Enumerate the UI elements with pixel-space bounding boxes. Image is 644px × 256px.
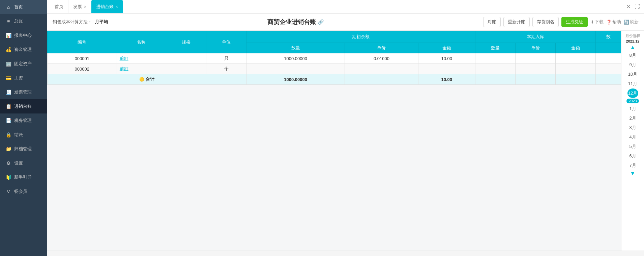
row2-current-in-price [515, 64, 555, 74]
main-content: 销售成本计算方法： 月平均 商贸企业进销台账 🔗 对账 重新开账 存货别名 生成… [47, 14, 644, 256]
sidebar-item-settings[interactable]: ⚙ 设置 [0, 156, 47, 170]
total-opening-qty: 1000.00000 [246, 74, 345, 85]
month-panel: 月份选择 2022.12 ▲ 8月 9月 10月 11月 12月 2023 1月… [621, 31, 644, 251]
month-item-6[interactable]: 6月 [621, 151, 644, 161]
month-item-12[interactable]: 12月 [627, 88, 638, 98]
refresh-button[interactable]: 🔄 刷新 [624, 19, 639, 25]
finance-icon: 💰 [5, 47, 11, 52]
row2-opening-amount [418, 64, 475, 74]
row1-opening-price: 0.01000 [345, 53, 418, 64]
help-button[interactable]: ❓ 帮助 [606, 19, 621, 25]
cost-method-info: 销售成本计算方法： 月平均 [53, 19, 108, 25]
settings-icon: ⚙ [5, 160, 11, 166]
total-opening-price [345, 74, 418, 85]
month-item-5[interactable]: 5月 [621, 142, 644, 151]
closing-icon: 🔒 [5, 132, 11, 137]
sidebar-item-payroll[interactable]: 💳 工资 [0, 71, 47, 85]
month-item-9[interactable]: 9月 [621, 60, 644, 70]
help-icon: ❓ [606, 20, 612, 25]
month-item-2[interactable]: 2月 [621, 113, 644, 123]
row1-current-in-qty [475, 53, 515, 64]
month-item-1[interactable]: 1月 [621, 104, 644, 113]
ledger-icon: ≡ [5, 19, 11, 24]
assets-icon: 🏢 [5, 61, 11, 67]
month-item-11[interactable]: 11月 [621, 79, 644, 88]
month-panel-title: 月份选择 [625, 32, 640, 39]
toolbar-buttons: 对账 重新开账 存货别名 生成凭证 ⬇ 下载 ❓ 帮助 🔄 刷新 [483, 17, 639, 27]
tab-purchase-sales-label: 进销台账 [96, 4, 114, 10]
reports-icon: 📊 [5, 33, 11, 38]
col-code: 编号 [48, 31, 117, 53]
col-spec: 规格 [166, 31, 206, 53]
row1-unit: 只 [206, 53, 246, 64]
scroll-bar[interactable] [47, 251, 644, 256]
month-item-4[interactable]: 4月 [621, 132, 644, 142]
sidebar-item-guide[interactable]: 🔰 新手引导 [0, 170, 47, 184]
sidebar-item-assets[interactable]: 🏢 固定资产 [0, 57, 47, 71]
sidebar-item-purchase-sales[interactable]: 📋 进销台账 [0, 99, 47, 113]
refresh-icon: 🔄 [624, 20, 629, 25]
title-link-icon[interactable]: 🔗 [318, 19, 324, 25]
content-with-panel: 编号 名称 规格 单位 期初余额 本期入库 数 数量 单价 金额 数 [47, 31, 644, 251]
col-opening-qty: 数量 [246, 43, 345, 53]
tab-invoice-label: 发票 [73, 4, 82, 10]
col-unit: 单位 [206, 31, 246, 53]
row1-name: 前缸 [117, 53, 166, 64]
window-close-button[interactable]: ✕ [625, 3, 632, 10]
tab-purchase-sales-close[interactable]: × [116, 4, 118, 9]
generate-voucher-button[interactable]: 生成凭证 [561, 17, 588, 27]
archive-icon: 📁 [5, 146, 11, 152]
table-row: 000002 前缸 个 [48, 64, 621, 74]
sidebar-item-closing[interactable]: 🔒 结账 [0, 128, 47, 142]
row2-unit: 个 [206, 64, 246, 74]
month-item-8[interactable]: 8月 [621, 51, 644, 60]
tab-invoice-close[interactable]: × [84, 4, 86, 9]
reconcile-button[interactable]: 对账 [483, 17, 501, 27]
window-maximize-button[interactable]: ⛶ [633, 3, 641, 10]
sidebar-item-archive[interactable]: 📁 归档管理 [0, 142, 47, 156]
sidebar-item-vip[interactable]: V 畅会员 [0, 184, 47, 199]
tab-home-label: 首页 [55, 4, 63, 10]
row1-extra [596, 53, 621, 64]
payroll-icon: 💳 [5, 75, 11, 81]
total-current-in-qty [475, 74, 515, 85]
row2-current-in-amount [555, 64, 595, 74]
month-item-10[interactable]: 10月 [621, 70, 644, 79]
vip-icon: V [5, 189, 11, 194]
tab-home[interactable]: 首页 [50, 0, 68, 13]
main-wrapper: 首页 发票 × 进销台账 × ✕ ⛶ 销售成本计算方法： 月平均 商贸企业进销台… [47, 0, 644, 256]
col-opening-amount: 金额 [418, 43, 475, 53]
row2-opening-qty [246, 64, 345, 74]
reopen-button[interactable]: 重新开账 [503, 17, 530, 27]
download-icon: ⬇ [590, 20, 594, 25]
tab-purchase-sales[interactable]: 进销台账 × [91, 0, 123, 13]
sidebar-item-reports[interactable]: 📊 报表中心 [0, 28, 47, 43]
month-nav-up[interactable]: ▲ [630, 44, 636, 51]
total-current-in-price [515, 74, 555, 85]
month-item-3[interactable]: 3月 [621, 123, 644, 132]
col-placeholder [596, 43, 621, 53]
col-opening-price: 单价 [345, 43, 418, 53]
title-text: 商贸企业进销台账 [267, 18, 316, 26]
total-icon: 🟡 [139, 77, 144, 82]
month-panel-year-2022: 2022.12 [626, 39, 640, 43]
total-current-in-amount [555, 74, 595, 85]
tab-invoice[interactable]: 发票 × [68, 0, 91, 13]
table-container[interactable]: 编号 名称 规格 单位 期初余额 本期入库 数 数量 单价 金额 数 [47, 31, 621, 251]
save-as-button[interactable]: 存货别名 [532, 17, 559, 27]
guide-icon: 🔰 [5, 175, 11, 180]
col-more: 数 [596, 31, 621, 43]
col-current-in-price: 单价 [515, 43, 555, 53]
month-nav-down[interactable]: ▼ [630, 170, 636, 177]
download-button[interactable]: ⬇ 下载 [590, 19, 604, 25]
sidebar-item-tax[interactable]: 📑 税务管理 [0, 113, 47, 128]
sidebar-item-invoice-mgmt[interactable]: 🧾 发票管理 [0, 85, 47, 99]
sidebar-item-ledger[interactable]: ≡ 总账 [0, 14, 47, 28]
tax-icon: 📑 [5, 118, 11, 123]
main-table: 编号 名称 规格 单位 期初余额 本期入库 数 数量 单价 金额 数 [47, 31, 621, 85]
row2-extra [596, 64, 621, 74]
sidebar-item-finance[interactable]: 💰 资金管理 [0, 43, 47, 57]
month-item-7[interactable]: 7月 [621, 161, 644, 170]
row1-current-in-amount [555, 53, 595, 64]
sidebar-item-home[interactable]: ⌂ 首页 [0, 0, 47, 14]
